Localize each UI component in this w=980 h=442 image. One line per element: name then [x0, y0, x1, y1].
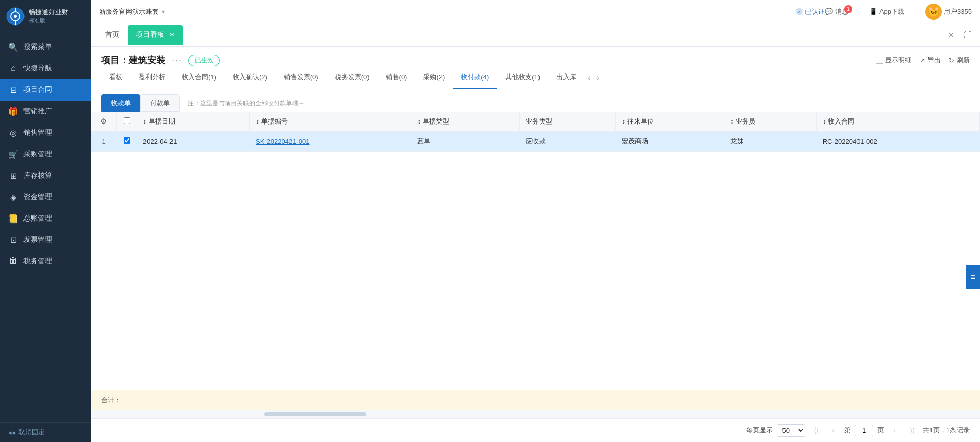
sidebar-item-sales[interactable]: ◎ 销售管理: [0, 122, 91, 143]
scrollbar-thumb[interactable]: [264, 412, 366, 416]
sub-nav-next-icon[interactable]: ›: [593, 73, 602, 82]
sidebar-item-contract[interactable]: ⊟ 项目合同: [0, 79, 91, 101]
sales-icon: ◎: [8, 128, 18, 138]
show-detail-label: 显示明细: [885, 56, 912, 65]
first-page-button[interactable]: ⟨⟨: [810, 424, 823, 437]
purchase-icon: 🛒: [8, 149, 18, 159]
page-input[interactable]: [855, 425, 873, 436]
col-date[interactable]: ↕ 单据日期: [137, 112, 250, 132]
horizontal-scrollbar[interactable]: [91, 410, 980, 418]
sidebar-item-finance[interactable]: ◈ 资金管理: [0, 186, 91, 208]
account-selector[interactable]: 新服务官网演示账套 ▾: [99, 7, 795, 16]
col-income-contract-label: ↕ 收入合同: [823, 117, 854, 125]
invoice-icon: ⊡: [8, 235, 18, 245]
col-salesperson[interactable]: ↕ 业务员: [724, 112, 817, 132]
sidebar-item-quick[interactable]: ⌂ 快捷导航: [0, 58, 91, 79]
cell-checkbox[interactable]: [116, 132, 137, 152]
sidebar-item-marketing[interactable]: 🎁 营销推广: [0, 101, 91, 122]
col-type-label: ↕ 单据类型: [418, 117, 449, 125]
prev-page-button[interactable]: ‹: [827, 424, 840, 437]
sidebar-item-label: 快捷导航: [23, 64, 52, 73]
table-area: ⚙ ↕ 单据日期 ↕ 单据编号: [91, 112, 980, 442]
sub-nav-kanban[interactable]: 看板: [101, 66, 131, 89]
sub-nav-collection[interactable]: 收付款(4): [453, 66, 497, 89]
total-info: 共1页，1条记录: [923, 426, 970, 435]
tab-receipt[interactable]: 收款单: [101, 94, 140, 112]
tab-payment[interactable]: 付款单: [140, 94, 180, 112]
sidebar-item-purchase[interactable]: 🛒 采购管理: [0, 143, 91, 165]
col-type[interactable]: ↕ 单据类型: [411, 112, 520, 132]
sidebar-item-label: 营销推广: [23, 107, 52, 116]
home-icon: ⌂: [8, 63, 18, 73]
sub-nav-inout[interactable]: 出入库: [548, 66, 584, 89]
sub-nav-income-contract[interactable]: 收入合同(1): [174, 66, 225, 89]
receipts-table: ⚙ ↕ 单据日期 ↕ 单据编号: [91, 112, 980, 152]
table-row[interactable]: 1 2022-04-21 SK-20220421-001 蓝单 应收款 宏茂商场: [91, 132, 980, 152]
topbar: 新服务官网演示账套 ▾ ✓ 已认证 💬 消息 1 📱 App下载 🐱: [91, 0, 980, 23]
sidebar-item-label: 总账管理: [23, 214, 52, 223]
divider: [859, 6, 859, 18]
project-actions: 显示明细 ↗ 导出 ↻ 刷新: [876, 56, 970, 65]
row-checkbox[interactable]: [124, 137, 130, 144]
tab-project-board[interactable]: 项目看板 ✕: [128, 25, 183, 45]
sub-nav-prev-icon[interactable]: ‹: [584, 73, 593, 82]
page-unit: 页: [877, 426, 884, 435]
sub-nav-other-expense[interactable]: 其他收支(1): [497, 66, 548, 89]
collection-tabs: 收款单 付款单 注：这里是与项目关联的全部收付款单哦～: [91, 89, 980, 112]
show-detail-action[interactable]: 显示明细: [876, 56, 912, 65]
tab-home[interactable]: 首页: [97, 25, 128, 45]
sidebar-item-label: 库存核算: [23, 171, 52, 180]
settings-icon[interactable]: ⚙: [100, 117, 107, 126]
export-label: 导出: [927, 56, 941, 65]
sub-nav-income-confirm[interactable]: 收入确认(2): [225, 66, 276, 89]
col-income-contract[interactable]: ↕ 收入合同: [817, 112, 980, 132]
col-checkbox[interactable]: [116, 112, 137, 132]
app-download-button[interactable]: 📱 App下载: [869, 7, 904, 16]
sidebar-item-ledger[interactable]: 📒 总账管理: [0, 208, 91, 229]
project-label-prefix: 项目：建筑安装: [101, 54, 165, 66]
svg-point-2: [14, 15, 17, 18]
last-page-button[interactable]: ⟩⟩: [905, 424, 919, 437]
app-download-label: App下载: [879, 7, 904, 16]
close-window-button[interactable]: ✕: [946, 29, 957, 41]
cell-number[interactable]: SK-20220421-001: [250, 132, 411, 152]
receipt-number-link[interactable]: SK-20220421-001: [256, 138, 310, 145]
sidebar-item-invoice[interactable]: ⊡ 发票管理: [0, 229, 91, 251]
total-row: 合计：: [91, 390, 980, 410]
col-settings[interactable]: ⚙: [91, 112, 116, 132]
unpin-icon: ◂◂: [8, 429, 15, 436]
project-more-icon[interactable]: ···: [172, 55, 182, 66]
user-profile[interactable]: 🐱 用户3355: [925, 4, 972, 20]
sub-nav-profit[interactable]: 盈利分析: [131, 66, 174, 89]
app-name: 畅捷通好业财: [29, 8, 68, 17]
col-partner[interactable]: ↕ 往来单位: [616, 112, 724, 132]
col-biz-type-label: 业务类型: [526, 117, 552, 125]
page-size-select[interactable]: 50 100 200: [777, 424, 805, 437]
sub-nav-sales[interactable]: 销售(0): [378, 66, 415, 89]
messages-button[interactable]: 💬 消息 1: [825, 7, 848, 16]
avatar: 🐱: [925, 4, 942, 20]
sub-nav-sales-invoice[interactable]: 销售发票(0): [276, 66, 327, 89]
show-detail-checkbox[interactable]: [876, 57, 883, 64]
col-number[interactable]: ↕ 单据编号: [250, 112, 411, 132]
pagination: 每页显示 50 100 200 ⟨⟨ ‹ 第 页 › ⟩⟩ 共1页，1条记录: [91, 418, 980, 442]
sidebar-item-inventory[interactable]: ⊞ 库存核算: [0, 165, 91, 186]
certified-label: 已认证: [805, 7, 825, 16]
export-button[interactable]: ↗ 导出: [920, 56, 941, 65]
right-panel-toggle[interactable]: ≡: [966, 265, 980, 289]
maximize-window-button[interactable]: ⛶: [962, 30, 974, 41]
svg-text:✓: ✓: [797, 10, 801, 14]
sidebar-unpin[interactable]: ◂◂ 取消固定: [0, 422, 91, 442]
col-biz-type: 业务类型: [520, 112, 616, 132]
refresh-button[interactable]: ↻ 刷新: [949, 56, 970, 65]
search-icon: 🔍: [8, 42, 18, 52]
sub-nav-tax-invoice[interactable]: 税务发票(0): [327, 66, 378, 89]
sub-nav-purchase[interactable]: 采购(2): [415, 66, 453, 89]
tab-close-icon[interactable]: ✕: [169, 31, 175, 38]
sidebar: 畅捷通好业财 标准版 🔍 搜索菜单 ⌂ 快捷导航 ⊟ 项目合同 🎁 营销推广 ◎…: [0, 0, 91, 442]
sidebar-item-search[interactable]: 🔍 搜索菜单: [0, 36, 91, 58]
select-all-checkbox[interactable]: [124, 117, 130, 124]
next-page-button[interactable]: ›: [888, 424, 901, 437]
table-wrap[interactable]: ⚙ ↕ 单据日期 ↕ 单据编号: [91, 112, 980, 390]
sidebar-item-tax[interactable]: 🏛 税务管理: [0, 251, 91, 272]
